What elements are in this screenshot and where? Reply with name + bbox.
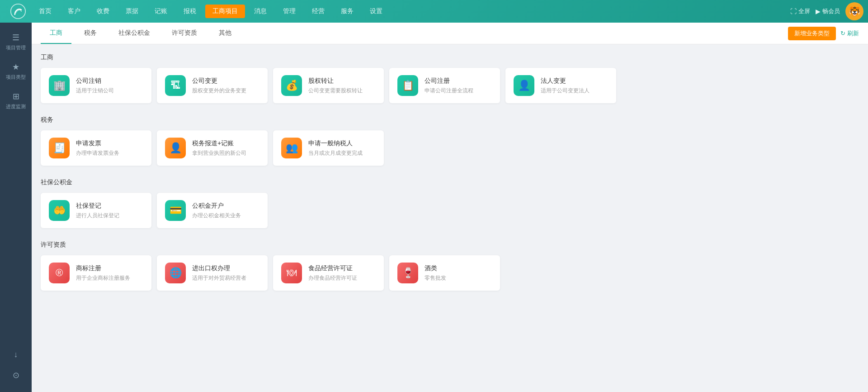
tab-industrial[interactable]: 工商 bbox=[41, 23, 71, 44]
fund-open-icon: 💳 bbox=[165, 200, 186, 221]
company-change-icon: 🏗 bbox=[165, 75, 186, 96]
refresh-icon: ↻ bbox=[840, 30, 845, 37]
star-icon: ★ bbox=[12, 62, 19, 72]
vip-label: 畅会员 bbox=[822, 7, 840, 15]
card-trademark[interactable]: ® 商标注册 用于企业商标注册服务 bbox=[41, 255, 151, 291]
card-import-export[interactable]: 🌐 进出口权办理 适用于对外贸易经营者 bbox=[157, 255, 268, 291]
nav-ticket[interactable]: 票据 bbox=[118, 5, 146, 18]
fullscreen-btn[interactable]: ⛶ 全屏 bbox=[790, 7, 810, 15]
tab-other[interactable]: 其他 bbox=[210, 23, 241, 44]
card-title-fund-open: 公积金开户 bbox=[192, 202, 241, 210]
card-invoice-apply[interactable]: 🧾 申请发票 办理申请发票业务 bbox=[41, 130, 151, 166]
card-title-trademark: 商标注册 bbox=[76, 264, 130, 272]
settings-circle-icon: ⊙ bbox=[13, 370, 19, 380]
section-tax: 税务 🧾 申请发票 办理申请发票业务 👤 税务报道+记账 拿到营业执照 bbox=[41, 116, 859, 166]
scroll-content[interactable]: 工商 🏢 公司注销 适用于注销公司 🏗 公司变更 股权变更外的业务变更 bbox=[32, 44, 868, 392]
download-icon: ↓ bbox=[14, 350, 18, 359]
fullscreen-icon: ⛶ bbox=[790, 8, 797, 15]
card-company-register[interactable]: 📋 公司注册 申请公司注册全流程 bbox=[389, 68, 500, 103]
alcohol-icon: 🍷 bbox=[397, 263, 418, 283]
card-desc-alcohol: 零售批发 bbox=[425, 274, 446, 282]
card-title-company-register: 公司注册 bbox=[425, 77, 473, 85]
company-register-icon: 📋 bbox=[397, 75, 418, 96]
card-company-change[interactable]: 🏗 公司变更 股权变更外的业务变更 bbox=[157, 68, 268, 103]
card-text-company-change: 公司变更 股权变更外的业务变更 bbox=[192, 77, 246, 95]
section-title-license: 许可资质 bbox=[41, 241, 859, 249]
top-navigation: 首页 客户 收费 票据 记账 报税 工商项目 消息 管理 经营 服务 设置 ⛶ … bbox=[0, 0, 868, 23]
card-desc-legal-person-change: 适用于公司变更法人 bbox=[541, 87, 590, 95]
card-title-alcohol: 酒类 bbox=[425, 264, 446, 272]
svg-point-0 bbox=[11, 4, 25, 19]
card-legal-person-change[interactable]: 👤 法人变更 适用于公司变更法人 bbox=[505, 68, 616, 103]
grid-icon: ⊞ bbox=[13, 91, 19, 101]
card-desc-equity-transfer: 公司变更需要股权转让 bbox=[308, 87, 363, 95]
vip-icon: ▶ bbox=[816, 8, 821, 15]
card-food-license[interactable]: 🍽 食品经营许可证 办理食品经营许可证 bbox=[273, 255, 384, 291]
nav-service[interactable]: 服务 bbox=[334, 5, 361, 18]
cards-grid-social-fund: 🤲 社保登记 进行人员社保登记 💳 公积金开户 办理公积金相关业务 bbox=[41, 193, 859, 228]
card-title-company-change: 公司变更 bbox=[192, 77, 246, 85]
section-title-social-fund: 社保公积金 bbox=[41, 178, 859, 186]
card-text-social-register: 社保登记 进行人员社保登记 bbox=[76, 202, 119, 220]
card-desc-invoice-apply: 办理申请发票业务 bbox=[76, 149, 119, 157]
card-company-cancel[interactable]: 🏢 公司注销 适用于注销公司 bbox=[41, 68, 151, 103]
section-social-fund: 社保公积金 🤲 社保登记 进行人员社保登记 💳 公积金开户 办理公积金 bbox=[41, 178, 859, 228]
card-desc-food-license: 办理食品经营许可证 bbox=[308, 274, 357, 282]
import-export-icon: 🌐 bbox=[165, 263, 186, 283]
card-desc-company-cancel: 适用于注销公司 bbox=[76, 87, 114, 95]
nav-bookkeeping[interactable]: 记账 bbox=[147, 5, 175, 18]
card-text-equity-transfer: 股权转让 公司变更需要股权转让 bbox=[308, 77, 363, 95]
list-icon: ☰ bbox=[12, 33, 19, 43]
card-desc-import-export: 适用于对外贸易经营者 bbox=[192, 274, 246, 282]
new-type-button[interactable]: 新增业务类型 bbox=[788, 27, 836, 40]
card-equity-transfer[interactable]: 💰 股权转让 公司变更需要股权转让 bbox=[273, 68, 384, 103]
nav-settings[interactable]: 设置 bbox=[363, 5, 390, 18]
fullscreen-label: 全屏 bbox=[798, 7, 810, 15]
tax-report-icon: 👤 bbox=[165, 138, 186, 158]
card-text-company-cancel: 公司注销 适用于注销公司 bbox=[76, 77, 114, 95]
nav-operation[interactable]: 经营 bbox=[305, 5, 332, 18]
card-general-taxpayer[interactable]: 👥 申请一般纳税人 当月或次月成变更完成 bbox=[273, 130, 384, 166]
nav-fee[interactable]: 收费 bbox=[90, 5, 117, 18]
refresh-button[interactable]: ↻ 刷新 bbox=[840, 29, 859, 38]
sidebar-item-progress[interactable]: ⊞ 进度监测 bbox=[0, 86, 32, 115]
card-tax-report[interactable]: 👤 税务报道+记账 拿到营业执照的新公司 bbox=[157, 130, 268, 166]
sidebar-settings-btn[interactable]: ⊙ bbox=[13, 366, 19, 385]
nav-tax[interactable]: 报税 bbox=[176, 5, 203, 18]
tab-social-fund[interactable]: 社保公积金 bbox=[109, 23, 159, 44]
tab-license[interactable]: 许可资质 bbox=[163, 23, 206, 44]
sidebar-item-project-type[interactable]: ★ 项目类型 bbox=[0, 57, 32, 86]
sidebar-item-project-management[interactable]: ☰ 项目管理 bbox=[0, 27, 32, 57]
card-desc-company-register: 申请公司注册全流程 bbox=[425, 87, 473, 95]
card-text-fund-open: 公积金开户 办理公积金相关业务 bbox=[192, 202, 241, 220]
cards-grid-tax: 🧾 申请发票 办理申请发票业务 👤 税务报道+记账 拿到营业执照的新公司 bbox=[41, 130, 859, 166]
sidebar-download-btn[interactable]: ↓ bbox=[13, 345, 19, 364]
mascot-avatar[interactable]: 🐯 bbox=[845, 2, 863, 20]
section-industrial: 工商 🏢 公司注销 适用于注销公司 🏗 公司变更 股权变更外的业务变更 bbox=[41, 53, 859, 103]
invoice-apply-icon: 🧾 bbox=[49, 138, 70, 158]
equity-transfer-icon: 💰 bbox=[281, 75, 302, 96]
main-layout: ☰ 项目管理 ★ 项目类型 ⊞ 进度监测 ↓ ⊙ 工商 税务 社保公积金 bbox=[0, 23, 868, 392]
trademark-icon: ® bbox=[49, 263, 70, 283]
card-title-social-register: 社保登记 bbox=[76, 202, 119, 210]
card-fund-open[interactable]: 💳 公积金开户 办理公积金相关业务 bbox=[157, 193, 268, 228]
card-title-food-license: 食品经营许可证 bbox=[308, 264, 357, 272]
nav-home[interactable]: 首页 bbox=[32, 5, 59, 18]
nav-industrial[interactable]: 工商项目 bbox=[205, 5, 245, 18]
nav-items: 首页 客户 收费 票据 记账 报税 工商项目 消息 管理 经营 服务 设置 bbox=[32, 5, 790, 18]
tab-tax[interactable]: 税务 bbox=[75, 23, 106, 44]
card-text-invoice-apply: 申请发票 办理申请发票业务 bbox=[76, 139, 119, 157]
section-title-industrial: 工商 bbox=[41, 53, 859, 62]
card-text-legal-person-change: 法人变更 适用于公司变更法人 bbox=[541, 77, 590, 95]
tab-actions: 新增业务类型 ↻ 刷新 bbox=[788, 27, 859, 40]
company-cancel-icon: 🏢 bbox=[49, 75, 70, 96]
card-social-register[interactable]: 🤲 社保登记 进行人员社保登记 bbox=[41, 193, 151, 228]
nav-customer[interactable]: 客户 bbox=[61, 5, 88, 18]
vip-btn[interactable]: ▶ 畅会员 bbox=[816, 7, 840, 15]
nav-manage[interactable]: 管理 bbox=[276, 5, 303, 18]
card-alcohol[interactable]: 🍷 酒类 零售批发 bbox=[389, 255, 500, 291]
card-text-trademark: 商标注册 用于企业商标注册服务 bbox=[76, 264, 130, 282]
card-desc-trademark: 用于企业商标注册服务 bbox=[76, 274, 130, 282]
sidebar: ☰ 项目管理 ★ 项目类型 ⊞ 进度监测 ↓ ⊙ bbox=[0, 23, 32, 392]
nav-message[interactable]: 消息 bbox=[247, 5, 274, 18]
